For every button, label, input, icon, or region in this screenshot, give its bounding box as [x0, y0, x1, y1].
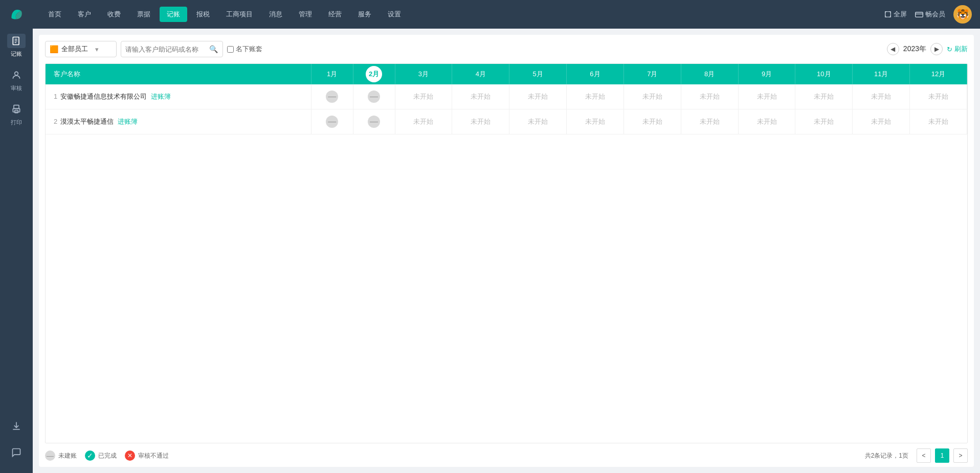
nav-settings[interactable]: 设置	[381, 7, 408, 22]
nav-operate[interactable]: 经营	[321, 7, 349, 22]
app-logo	[0, 0, 33, 29]
pagination: < 1 >	[917, 448, 968, 463]
cell-month-4: 未开始	[452, 109, 509, 134]
data-table-wrapper: 客户名称 1月 2月 3月 4月 5月 6月 7月 8月 9月	[45, 63, 968, 443]
nav-customer[interactable]: 客户	[71, 7, 98, 22]
legend-completed-label: 已完成	[98, 452, 117, 460]
status-not-started: 未开始	[814, 93, 834, 100]
status-dash-icon: —	[326, 116, 338, 128]
nav-bookkeeping[interactable]: 记账	[160, 7, 187, 22]
table-header-row: 客户名称 1月 2月 3月 4月 5月 6月 7月 8月 9月	[46, 64, 967, 84]
svg-rect-5	[14, 105, 19, 109]
status-not-started: 未开始	[757, 93, 777, 100]
year-nav: ◀ 2023年 ▶	[887, 43, 943, 55]
status-not-started: 未开始	[585, 118, 605, 125]
cell-month-3: 未开始	[395, 109, 452, 134]
vip-btn[interactable]: 畅会员	[915, 10, 945, 19]
col-month-1: 1月	[311, 64, 353, 84]
toolbar: 🟧 全部员工 ▾ 🔍 名下账套 ◀ 2023年 ▶	[45, 41, 968, 57]
cell-month-7: 未开始	[623, 109, 681, 134]
cell-month-10: 未开始	[795, 84, 853, 109]
cell-month-9: 未开始	[738, 84, 795, 109]
page-1-btn[interactable]: 1	[935, 448, 949, 463]
sidebar-item-jizhang[interactable]: 记账	[0, 29, 33, 63]
nav-tax[interactable]: 报税	[189, 7, 217, 22]
nav-message[interactable]: 消息	[262, 7, 289, 22]
status-not-started: 未开始	[528, 118, 548, 125]
year-prev-btn[interactable]: ◀	[887, 43, 899, 55]
status-dash-icon: —	[326, 91, 338, 103]
svg-rect-9	[916, 12, 923, 17]
main-area: 首页 客户 收费 票据 记账 报税 工商项目 消息 管理 经营 服务 设置 全屏…	[33, 0, 980, 473]
prev-page-btn[interactable]: <	[917, 448, 931, 463]
sidebar-item-download[interactable]	[0, 414, 33, 438]
nav-service[interactable]: 服务	[351, 7, 378, 22]
sidebar-item-dayin[interactable]: 打印	[0, 97, 33, 131]
status-not-started: 未开始	[585, 93, 605, 100]
status-not-started: 未开始	[928, 118, 948, 125]
status-not-started: 未开始	[471, 118, 491, 125]
shenhe-icon	[7, 68, 26, 82]
sidebar-item-shenhe[interactable]: 审核	[0, 63, 33, 97]
legend-grey-dot: —	[45, 451, 55, 461]
search-box: 🔍	[121, 41, 223, 57]
nav-home[interactable]: 首页	[41, 7, 69, 22]
next-page-btn[interactable]: >	[953, 448, 968, 463]
col-month-2: 2月	[353, 64, 395, 84]
status-not-started: 未开始	[413, 118, 433, 125]
enter-link[interactable]: 进账簿	[118, 118, 138, 125]
cell-month-11: 未开始	[853, 84, 910, 109]
status-not-started: 未开始	[642, 118, 662, 125]
employee-icon: 🟧	[50, 45, 58, 53]
cell-month-10: 未开始	[795, 109, 853, 134]
employee-label: 全部员工	[61, 44, 88, 54]
status-not-started: 未开始	[928, 93, 948, 100]
status-dash-icon: —	[368, 91, 380, 103]
year-label: 2023年	[903, 44, 926, 54]
employee-select[interactable]: 🟧 全部员工 ▾	[45, 41, 117, 57]
nav-business[interactable]: 工商项目	[219, 7, 260, 22]
cell-month-2: —	[353, 109, 395, 134]
cell-month-1: —	[311, 109, 353, 134]
year-next-btn[interactable]: ▶	[930, 43, 943, 55]
nav-fee[interactable]: 收费	[100, 7, 128, 22]
legend-rejected-label: 审核不通过	[138, 452, 169, 460]
row-index: 2	[54, 118, 57, 125]
checkbox-label-mingxia[interactable]: 名下账套	[227, 44, 262, 54]
status-not-started: 未开始	[642, 93, 662, 100]
fullscreen-btn[interactable]: 全屏	[884, 10, 907, 19]
search-icon[interactable]: 🔍	[209, 45, 218, 53]
employee-arrow-icon: ▾	[95, 46, 99, 53]
refresh-btn[interactable]: ↻ 刷新	[947, 44, 968, 54]
cell-month-9: 未开始	[738, 109, 795, 134]
cell-client-name: 1安徽畅捷通信息技术有限公司进账簿	[46, 84, 311, 109]
cell-client-name: 2漠漠太平畅捷通信进账簿	[46, 109, 311, 134]
nav-manage[interactable]: 管理	[292, 7, 319, 22]
current-month-circle: 2月	[366, 66, 382, 82]
message-icon	[7, 445, 26, 460]
cell-month-8: 未开始	[681, 84, 738, 109]
col-client-name: 客户名称	[46, 64, 311, 84]
enter-link[interactable]: 进账簿	[151, 93, 171, 100]
main-card: 🟧 全部员工 ▾ 🔍 名下账套 ◀ 2023年 ▶	[39, 35, 974, 467]
download-icon	[7, 419, 26, 433]
user-avatar[interactable]: 🐯	[953, 5, 972, 24]
legend-teal-dot: ✓	[85, 451, 95, 461]
cell-month-2: —	[353, 84, 395, 109]
mingxia-checkbox[interactable]	[227, 46, 234, 53]
nav-invoice[interactable]: 票据	[130, 7, 158, 22]
nav-right: 全屏 畅会员 🐯	[884, 5, 972, 24]
legend-completed: ✓ 已完成	[85, 451, 117, 461]
sidebar-item-label-jizhang: 记账	[11, 50, 22, 58]
sidebar-item-label-dayin: 打印	[11, 119, 22, 126]
top-nav: 首页 客户 收费 票据 记账 报税 工商项目 消息 管理 经营 服务 设置 全屏…	[33, 0, 980, 29]
status-not-started: 未开始	[871, 93, 891, 100]
search-input[interactable]	[125, 46, 207, 53]
sidebar-item-message[interactable]	[0, 440, 33, 465]
status-not-started: 未开始	[471, 93, 491, 100]
table-row: 2漠漠太平畅捷通信进账簿——未开始未开始未开始未开始未开始未开始未开始未开始未开…	[46, 109, 967, 134]
sidebar-item-label-shenhe: 审核	[11, 84, 22, 92]
cell-month-5: 未开始	[509, 109, 567, 134]
cell-month-5: 未开始	[509, 84, 567, 109]
col-month-9: 9月	[738, 64, 795, 84]
